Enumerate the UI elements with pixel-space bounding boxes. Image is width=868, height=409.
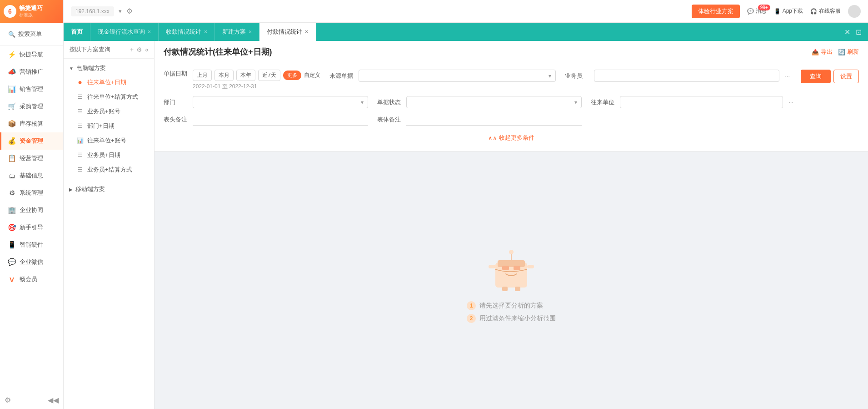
topbar-dropdown-icon[interactable]: ▾	[119, 8, 122, 15]
date-btn-last-7days[interactable]: 近7天	[258, 70, 280, 81]
dept-select[interactable]	[193, 96, 368, 108]
topbar: 192.168.1.xxx ▾ ⚙ 体验行业方案 💬 消息 99+ 📱 App下…	[64, 0, 868, 23]
tab-cash-bank[interactable]: 现金银行流水查询 ×	[90, 23, 159, 41]
sales-icon: 📊	[8, 85, 16, 93]
svg-rect-2	[502, 266, 509, 270]
refresh-label: 刷新	[847, 48, 859, 56]
tab-new-plan[interactable]: 新建方案 ×	[215, 23, 259, 41]
tab-payment-stats-close[interactable]: ×	[305, 29, 308, 35]
tab-receipt-stats-label: 收款情况统计	[166, 28, 201, 36]
scheme-icon-3: ☰	[76, 122, 84, 130]
mobile-scheme-group-header[interactable]: ▶ 移动端方案	[64, 182, 154, 196]
tab-new-plan-close[interactable]: ×	[249, 29, 252, 35]
export-label: 导出	[821, 48, 833, 56]
scheme-item-unit-account[interactable]: 📊 往来单位+账号	[64, 133, 154, 148]
scheme-icon-6: ☰	[76, 166, 84, 173]
app-download-button[interactable]: 📱 App下载	[774, 7, 803, 15]
finance-icon: 💰	[8, 137, 16, 145]
sidebar-item-purchase[interactable]: 🛒 采购管理	[0, 98, 63, 115]
collapse-sidebar-icon[interactable]: ◀◀	[48, 396, 59, 404]
scheme-item-unit-date[interactable]: ● 往来单位+日期	[64, 75, 154, 90]
tab-new-plan-label: 新建方案	[222, 28, 246, 36]
sidebar-item-guide[interactable]: 🎯 新手引导	[0, 219, 63, 236]
sidebar-item-basic[interactable]: 🗂 基础信息	[0, 167, 63, 184]
scheme-item-salesperson-date[interactable]: ☰ 业务员+日期	[64, 148, 154, 162]
dept-label: 部门	[164, 98, 189, 106]
tab-payment-stats[interactable]: 付款情况统计 ×	[259, 23, 316, 41]
sidebar-item-hardware[interactable]: 📱 智能硬件	[0, 236, 63, 253]
scheme-item-label-salesperson-account: 业务员+账号	[87, 107, 120, 116]
export-button[interactable]: 📤 导出	[812, 48, 833, 56]
sidebar-item-system[interactable]: ⚙ 系统管理	[0, 184, 63, 202]
collapse-more-button[interactable]: ∧∧ 收起更多条件	[164, 131, 859, 145]
salesperson-label: 业务员	[565, 72, 590, 80]
maximize-tab-icon[interactable]: ⊡	[854, 28, 863, 36]
partner-input[interactable]	[620, 96, 783, 108]
tab-receipt-stats-close[interactable]: ×	[204, 29, 207, 35]
search-menu-item[interactable]: 🔍 搜索菜单	[4, 26, 60, 42]
sidebar-label-vip: 畅会员	[20, 275, 37, 283]
empty-tip-1: 1 请先选择要分析的方案	[467, 301, 556, 310]
data-area: 1 请先选择要分析的方案 2 用过滤条件来缩小分析范围	[155, 151, 868, 409]
doc-status-select[interactable]	[406, 96, 582, 108]
sidebar-item-sales[interactable]: 📊 销售管理	[0, 81, 63, 98]
tip-num-1: 1	[467, 301, 476, 310]
sidebar-label-guide: 新手引导	[20, 223, 43, 232]
system-icon: ⚙	[8, 189, 16, 197]
desktop-scheme-group-header[interactable]: ▼ 电脑端方案	[64, 61, 154, 75]
filter-actions: 查询 设置	[801, 70, 859, 83]
sidebar-nav: ⚡ 快捷导航 📣 营销推广 📊 销售管理 🛒 采购管理 📦 库存核算 💰 资金管…	[0, 46, 63, 391]
left-panel-header: 按以下方案查询 + ⚙ «	[64, 41, 154, 59]
page-header-actions: 📤 导出 🔄 刷新	[812, 48, 859, 56]
scheme-item-salesperson-payment[interactable]: ☰ 业务员+结算方式	[64, 162, 154, 177]
sidebar-item-operation[interactable]: 📋 经营管理	[0, 150, 63, 167]
date-btn-this-year[interactable]: 本年	[236, 70, 255, 81]
source-select[interactable]	[359, 70, 556, 82]
partner-dots[interactable]: ···	[787, 99, 795, 106]
sidebar-item-wechat[interactable]: 💬 企业微信	[0, 253, 63, 271]
body-note-input[interactable]	[406, 114, 582, 126]
scheme-item-unit-payment[interactable]: ☰ 往来单位+结算方式	[64, 90, 154, 104]
service-icon: 🎧	[810, 8, 817, 15]
sidebar-item-inventory[interactable]: 📦 库存核算	[0, 115, 63, 132]
sidebar-label-hardware: 智能硬件	[20, 241, 43, 249]
industry-plan-button[interactable]: 体验行业方案	[692, 5, 740, 18]
salesperson-dots[interactable]: ···	[783, 72, 792, 79]
date-btn-more[interactable]: 更多	[283, 71, 301, 80]
sidebar-item-quick-nav[interactable]: ⚡ 快捷导航	[0, 46, 63, 63]
salesperson-input[interactable]	[594, 70, 779, 82]
topbar-settings-icon[interactable]: ⚙	[126, 7, 133, 15]
column-settings-button[interactable]: 设置	[833, 70, 859, 83]
doc-status-label: 单据状态	[377, 98, 403, 106]
header-note-input[interactable]	[193, 114, 368, 126]
sidebar-item-marketing[interactable]: 📣 营销推广	[0, 63, 63, 81]
date-btn-this-month[interactable]: 本月	[215, 70, 234, 81]
date-btn-last-month[interactable]: 上月	[193, 70, 212, 81]
collapse-left-panel-button[interactable]: «	[145, 46, 149, 53]
user-avatar[interactable]	[848, 5, 861, 18]
messages-button[interactable]: 💬 消息 99+	[747, 7, 767, 15]
refresh-button[interactable]: 🔄 刷新	[838, 48, 859, 56]
add-scheme-button[interactable]: +	[130, 46, 134, 53]
scheme-item-dept-date[interactable]: ☰ 部门+日期	[64, 119, 154, 133]
query-button[interactable]: 查询	[801, 70, 831, 83]
enterprise-icon: 🏢	[8, 206, 16, 214]
scheme-item-salesperson-account[interactable]: ☰ 业务员+账号	[64, 104, 154, 119]
sidebar-item-finance[interactable]: 💰 资金管理	[0, 132, 63, 150]
sidebar-label-wechat: 企业微信	[20, 258, 43, 266]
scheme-settings-button[interactable]: ⚙	[136, 46, 142, 53]
sidebar-label-quick-nav: 快捷导航	[20, 50, 43, 59]
empty-tip-2: 2 用过滤条件来缩小分析范围	[467, 314, 556, 323]
settings-icon[interactable]: ⚙	[5, 396, 11, 404]
sidebar-item-vip[interactable]: V 畅会员	[0, 271, 63, 288]
scheme-icon-2: ☰	[76, 108, 84, 115]
sidebar-item-enterprise[interactable]: 🏢 企业协同	[0, 202, 63, 219]
tab-receipt-stats[interactable]: 收款情况统计 ×	[159, 23, 215, 41]
sidebar-label-system: 系统管理	[20, 189, 43, 197]
tab-cash-bank-close[interactable]: ×	[148, 29, 151, 35]
tab-home[interactable]: 首页	[64, 23, 90, 41]
date-range-display: 2022-01-01 至 2022-12-31	[193, 83, 320, 91]
online-service-button[interactable]: 🎧 在线客服	[810, 7, 841, 15]
page-title: 付款情况统计(往来单位+日期)	[164, 46, 272, 57]
close-tab-icon[interactable]: ✕	[843, 28, 852, 36]
